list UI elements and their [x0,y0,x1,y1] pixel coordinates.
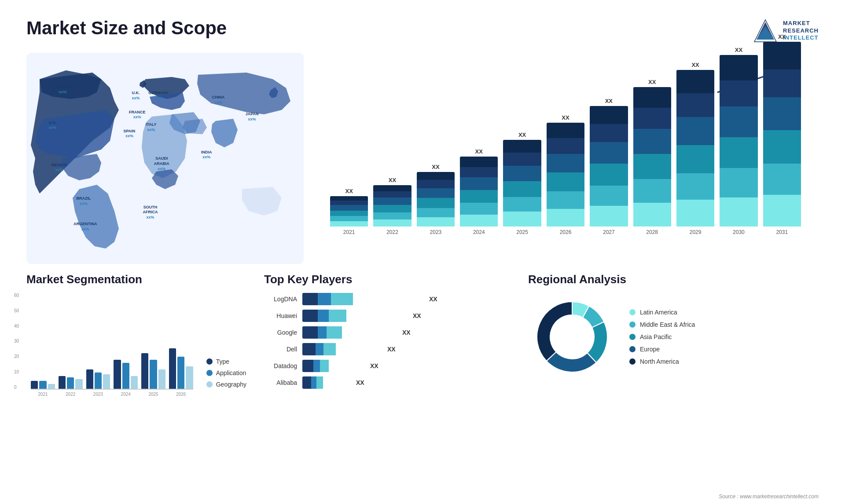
donut-container: Latin AmericaMiddle East & AfricaAsia Pa… [528,293,819,381]
player-row-2: GoogleXX [264,326,511,339]
bar-stack-2029 [676,70,714,226]
seg-bar-group-0 [31,381,55,389]
seg-bar-type [59,376,66,389]
player-bar-seg1 [302,360,313,372]
seg-bar-app [122,363,129,389]
bar-seg [417,172,455,180]
player-name: Alibaba [264,379,297,386]
player-bar-seg1 [302,343,316,355]
bar-group-2030: XX2030 [720,47,757,235]
bar-seg [417,208,455,217]
bar-xx-2029: XX [691,62,699,68]
bar-seg [676,173,714,200]
seg-bar-group-4 [141,353,165,389]
bar-seg [590,206,628,226]
bar-seg [763,69,801,97]
country-us: U.S.xx% [48,121,56,131]
segmentation-title: Market Segmentation [26,273,246,286]
player-bar-container: XX [302,376,511,389]
seg-x-label-1: 2022 [59,392,83,397]
bar-chart-wrapper: XX2021XX2022XX2023XX2024XX2025XX2026XX20… [321,57,810,259]
donut-segment-4 [537,302,572,361]
seg-bar-app [39,381,46,389]
page-title: Market Size and Scope [26,18,227,39]
player-bar-seg3 [327,326,342,339]
regional-legend-item: Europe [629,346,695,353]
bar-seg [590,186,628,206]
bar-seg [503,197,541,212]
player-bar-seg2 [313,360,320,372]
seg-bar-group-5 [169,348,193,389]
player-bar [302,376,353,389]
seg-bar-type [114,360,121,389]
country-saudi: SAUDIARABIAxx% [154,156,169,172]
bar-seg [417,198,455,208]
player-bar-seg1 [302,326,318,339]
seg-bar-geo [103,374,110,389]
bar-group-2031: XX2031 [763,33,801,235]
bar-seg [330,196,368,201]
bar-stack-2026 [547,123,584,226]
bar-seg [460,157,498,167]
player-bar-seg1 [302,293,318,305]
header: Market Size and Scope MARKET RESEARCH IN… [26,18,819,44]
bar-group-2023: XX2023 [417,164,455,235]
main-content: CANADAxx% U.S.xx% MEXICOxx% BRAZILxx% AR… [26,53,819,478]
bar-seg [590,106,628,124]
bar-seg [417,188,455,198]
regional-dot [629,334,636,340]
bar-year-2022: 2022 [386,229,398,235]
page-container: Market Size and Scope MARKET RESEARCH IN… [0,0,845,504]
bar-seg [330,205,368,210]
seg-bar-app [177,357,184,389]
player-xx: XX [402,329,411,336]
bar-seg [547,138,584,153]
player-bar-container: XX [302,343,511,355]
bar-seg [503,166,541,181]
bar-seg [547,209,584,226]
seg-x-labels: 202120222023202420252026 [31,392,193,397]
bar-seg [720,137,757,168]
bar-seg [460,167,498,178]
seg-bar-group-1 [59,376,83,389]
bar-seg [633,179,671,203]
seg-bar-geo [158,369,165,389]
bar-seg [373,191,411,197]
bar-seg [590,142,628,164]
seg-bar-type [31,381,38,389]
regional-legend-item: Asia Pacific [629,333,695,340]
regional-legend-label: Asia Pacific [640,333,672,340]
bar-seg [633,108,671,129]
chart-section: XX2021XX2022XX2023XX2024XX2025XX2026XX20… [312,53,819,264]
bar-year-2025: 2025 [516,229,528,235]
bar-seg [460,177,498,190]
bar-stack-2025 [503,140,541,226]
bar-seg [590,164,628,185]
bar-stack-2027 [590,106,628,226]
donut-segment-3 [547,352,596,372]
seg-bar-geo [48,384,55,389]
bar-xx-2027: XX [605,98,613,104]
country-italy: ITALYxx% [146,122,157,132]
bar-seg [503,212,541,226]
player-bar-seg3 [316,376,323,389]
player-bar-container: XX [302,310,511,322]
player-bar [302,343,384,355]
bar-year-2029: 2029 [690,229,702,235]
regional-legend-label: Latin America [640,309,677,316]
seg-bar-geo [186,366,193,389]
player-bar-seg3 [331,293,353,305]
bar-seg [330,201,368,205]
bar-group-2029: XX2029 [676,62,714,235]
bar-seg [720,55,757,81]
player-name: Datadog [264,362,297,369]
bar-seg [503,140,541,153]
seg-legend-dot [206,358,213,365]
regional-legend-item: Middle East & Africa [629,321,695,328]
bar-seg [633,87,671,108]
player-bar-seg1 [302,310,318,322]
seg-bar-type [169,348,176,389]
seg-bar-app [67,377,74,389]
bar-stack-2021 [330,196,368,226]
bar-seg [763,164,801,195]
